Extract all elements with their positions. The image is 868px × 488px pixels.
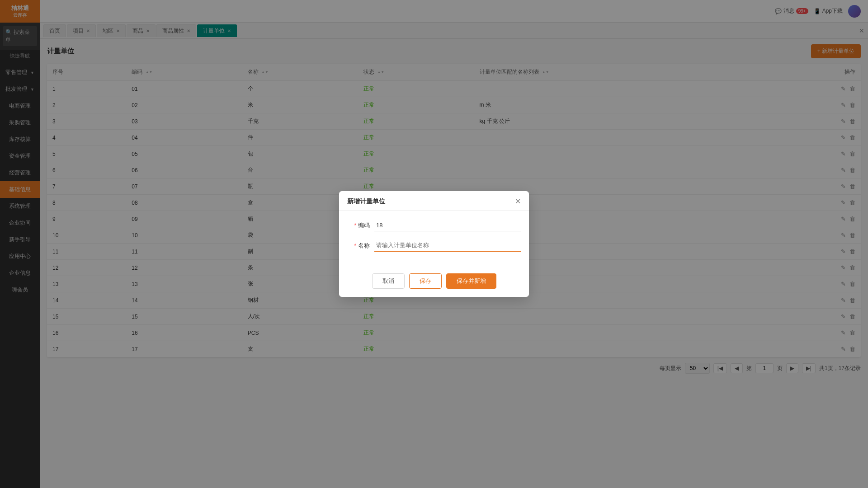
name-input[interactable]	[374, 239, 521, 252]
modal-overlay[interactable]: 新增计量单位 ✕ 编码 名称 取消 保存 保存并新增	[0, 0, 868, 488]
code-input[interactable]	[374, 220, 521, 231]
form-row-code: 编码	[347, 220, 521, 231]
add-unit-modal: 新增计量单位 ✕ 编码 名称 取消 保存 保存并新增	[339, 191, 529, 297]
modal-title: 新增计量单位	[347, 197, 385, 206]
modal-header: 新增计量单位 ✕	[339, 191, 529, 211]
modal-body: 编码 名称	[339, 211, 529, 269]
form-row-name: 名称	[347, 239, 521, 252]
modal-footer: 取消 保存 保存并新增	[339, 269, 529, 297]
save-and-add-button[interactable]: 保存并新增	[446, 273, 496, 289]
save-button[interactable]: 保存	[409, 273, 442, 289]
cancel-button[interactable]: 取消	[372, 273, 405, 289]
name-label: 名称	[347, 242, 370, 250]
modal-close-button[interactable]: ✕	[515, 198, 521, 205]
code-label: 编码	[347, 221, 370, 230]
